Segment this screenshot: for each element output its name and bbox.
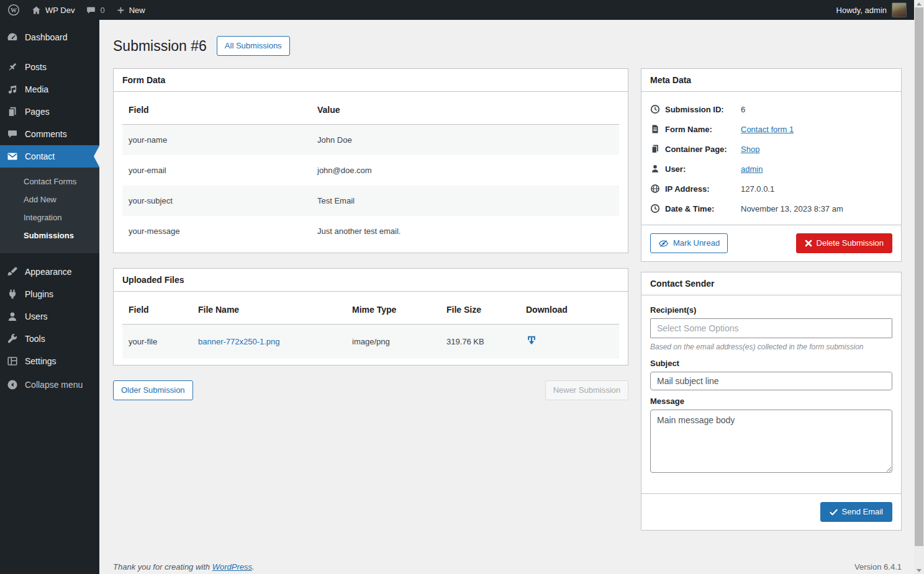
menu-separator	[0, 253, 99, 261]
form-data-title: Form Data	[114, 69, 628, 92]
sidebar-item-label: Posts	[25, 61, 47, 73]
sidebar-item-label: Users	[25, 311, 48, 322]
submission-id-value: 6	[741, 105, 745, 114]
download-icon[interactable]	[526, 335, 537, 346]
check-icon	[830, 509, 838, 516]
comments-count: 0	[100, 6, 104, 15]
brush-icon	[6, 266, 19, 278]
older-submission-button[interactable]: Older Submission	[113, 380, 193, 400]
field-name: your-file	[122, 325, 192, 359]
meta-row: IP Address: 127.0.0.1	[650, 179, 892, 199]
admin-bar: W WP Dev 0 New Howdy, admin	[0, 0, 914, 20]
collapse-icon	[6, 379, 19, 391]
sidebar-item-posts[interactable]: Posts	[0, 56, 99, 78]
scrollbar-up-arrow[interactable]	[914, 0, 924, 7]
user-link[interactable]: admin	[741, 164, 763, 174]
table-row: your-file banner-772x250-1.png image/png…	[122, 325, 619, 359]
delete-submission-button[interactable]: Delete Submission	[796, 233, 892, 253]
meta-label: Form Name:	[665, 125, 712, 134]
sidebar-item-comments[interactable]: Comments	[0, 123, 99, 145]
avatar[interactable]	[892, 2, 907, 17]
scrollbar-down-arrow[interactable]	[914, 567, 924, 574]
uploaded-files-title: Uploaded Files	[114, 269, 628, 292]
sidebar-item-label: Media	[25, 84, 48, 95]
footer-thanks: Thank you for creating with WordPress.	[113, 562, 255, 572]
eye-slash-icon	[658, 238, 669, 249]
svg-text:W: W	[11, 7, 17, 14]
page-title: Submission #6	[113, 37, 207, 55]
sidebar-item-media[interactable]: Media	[0, 78, 99, 101]
howdy-menu[interactable]: Howdy, admin	[836, 6, 887, 15]
admin-footer: Thank you for creating with WordPress. V…	[113, 562, 902, 572]
sidebar-item-label: Comments	[25, 128, 67, 140]
message-textarea[interactable]	[650, 410, 892, 473]
mime-type: image/png	[346, 325, 440, 359]
column-header-file-size: File Size	[440, 295, 520, 325]
sidebar-item-label: Appearance	[25, 266, 72, 277]
field-value: john@doe.com	[311, 155, 619, 186]
submenu-item-integration[interactable]: Integration	[0, 209, 99, 226]
sidebar-item-users[interactable]: Users	[0, 305, 99, 328]
comments-menu[interactable]: 0	[86, 5, 104, 16]
file-name-link[interactable]: banner-772x250-1.png	[198, 337, 280, 346]
message-label: Message	[650, 397, 892, 406]
submenu-item-contact-forms[interactable]: Contact Forms	[0, 173, 99, 191]
book-icon	[650, 144, 660, 154]
recipients-input[interactable]	[650, 318, 892, 338]
recipients-hint: Based on the email address(es) collected…	[650, 343, 892, 351]
envelope-icon	[6, 150, 19, 163]
column-header-value: Value	[311, 96, 619, 125]
table-row: your-email john@doe.com	[122, 155, 619, 186]
plug-icon	[6, 288, 19, 300]
user-icon	[6, 310, 19, 323]
scrollbar[interactable]	[914, 0, 924, 574]
sidebar-item-label: Collapse menu	[25, 379, 83, 390]
main-content: Submission #6 All Submissions Form Data …	[99, 20, 914, 574]
site-name-label: WP Dev	[45, 6, 75, 15]
sidebar-item-tools[interactable]: Tools	[0, 328, 99, 350]
new-menu[interactable]: New	[116, 6, 145, 15]
sidebar-item-label: Plugins	[25, 289, 53, 300]
subject-input[interactable]	[650, 372, 892, 390]
wordpress-logo-menu[interactable]: W	[7, 4, 20, 16]
meta-label: IP Address:	[665, 184, 710, 194]
submenu-item-add-new[interactable]: Add New	[0, 191, 99, 209]
contact-submenu: Contact Forms Add New Integration Submis…	[0, 168, 99, 253]
meta-row: Date & Time: November 13, 2023 8:37 am	[650, 199, 892, 218]
column-header-field: Field	[122, 295, 192, 325]
sidebar-item-dashboard[interactable]: Dashboard	[0, 26, 99, 48]
field-name: your-message	[122, 216, 311, 246]
field-value: Just another test email.	[311, 216, 619, 246]
scrollbar-thumb[interactable]	[915, 7, 923, 546]
submenu-item-submissions[interactable]: Submissions	[0, 226, 99, 244]
field-name: your-subject	[122, 186, 311, 216]
meta-data-title: Meta Data	[641, 69, 901, 92]
sidebar-item-settings[interactable]: Settings	[0, 350, 99, 372]
uploaded-files-table: Field File Name Mime Type File Size Down…	[122, 295, 619, 359]
mark-unread-button[interactable]: Mark Unread	[650, 233, 728, 253]
sidebar-item-label: Tools	[25, 333, 45, 344]
sidebar-item-appearance[interactable]: Appearance	[0, 261, 99, 283]
sidebar-item-plugins[interactable]: Plugins	[0, 283, 99, 305]
contact-sender-panel: Contact Sender Recipient(s) Based on the…	[641, 272, 902, 531]
sidebar: Dashboard Posts Media Pages Comments Con…	[0, 20, 99, 574]
meta-label: User:	[665, 164, 686, 174]
media-icon	[6, 83, 19, 96]
sidebar-item-contact[interactable]: Contact	[0, 145, 99, 168]
all-submissions-button[interactable]: All Submissions	[217, 36, 290, 56]
home-icon	[31, 5, 42, 16]
sidebar-item-label: Settings	[25, 356, 57, 367]
comments-icon	[6, 128, 19, 140]
clock-icon	[650, 104, 660, 114]
collapse-menu-button[interactable]: Collapse menu	[0, 374, 99, 396]
wordpress-link[interactable]: WordPress	[212, 562, 252, 572]
form-data-table: Field Value your-name John Doe your-emai…	[122, 96, 619, 246]
file-size: 319.76 KB	[440, 325, 520, 359]
container-page-link[interactable]: Shop	[741, 145, 759, 154]
site-name-menu[interactable]: WP Dev	[31, 5, 75, 16]
sidebar-item-pages[interactable]: Pages	[0, 101, 99, 123]
table-row: your-message Just another test email.	[122, 216, 619, 246]
form-name-link[interactable]: Contact form 1	[741, 125, 794, 134]
recipients-label: Recipient(s)	[650, 305, 892, 315]
send-email-button[interactable]: Send Email	[820, 502, 892, 522]
